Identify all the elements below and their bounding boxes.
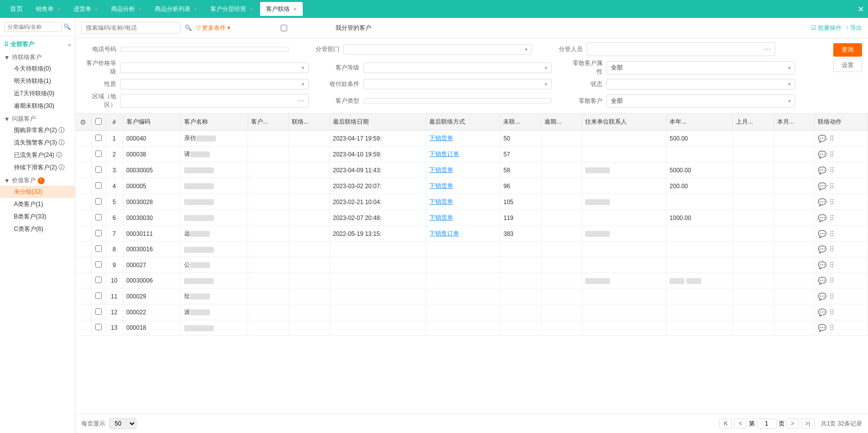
filter-customer-tier-select[interactable]: ▾: [363, 63, 552, 73]
page-input[interactable]: [757, 419, 777, 429]
col-overdue[interactable]: 逾期...: [541, 114, 582, 131]
sidebar-item-class-b[interactable]: B类客户(33): [0, 211, 75, 223]
col-last-month[interactable]: 上月...: [733, 114, 774, 131]
filter-cust-type-input[interactable]: [363, 98, 552, 103]
filter-dept-select[interactable]: ▾: [343, 44, 532, 55]
grid-action-icon[interactable]: ⠿: [829, 292, 834, 300]
row-checkbox[interactable]: [95, 150, 102, 157]
close-icon[interactable]: ✕: [94, 6, 98, 12]
nav-tab-purchase[interactable]: 进货单 ✕: [67, 2, 104, 16]
grid-action-icon[interactable]: ⠿: [829, 182, 834, 190]
sidebar-all-customers[interactable]: ⠿ 全部客户 «: [0, 36, 75, 51]
close-app-icon[interactable]: ✕: [858, 4, 864, 14]
grid-action-icon[interactable]: ⠿: [829, 214, 834, 222]
sidebar-item-churn-warn[interactable]: 流失预警客户(3) ⓘ: [0, 137, 75, 149]
filter-nature-select[interactable]: ▾: [120, 79, 309, 89]
sidebar-item-class-a[interactable]: A类客户(1): [0, 198, 75, 211]
col-setting[interactable]: ⚙: [75, 114, 91, 131]
nav-tab-product-list[interactable]: 商品分析列表 ✕: [149, 2, 203, 16]
filter-price-tier-select[interactable]: ▾: [120, 63, 309, 73]
first-page-btn[interactable]: K: [719, 419, 732, 429]
sidebar-item-today[interactable]: 今天待联络(0): [0, 63, 75, 75]
prev-page-btn[interactable]: <: [734, 419, 746, 429]
last-method-link[interactable]: 下销货单: [429, 198, 453, 205]
sidebar-item-declining[interactable]: 持续下滑客户(2) ⓘ: [0, 161, 75, 174]
close-icon[interactable]: ✕: [57, 6, 61, 12]
row-check[interactable]: [91, 304, 105, 320]
sidebar-item-class-c[interactable]: C类客户(6): [0, 223, 75, 235]
col-last-method[interactable]: 最后联络方式: [426, 114, 500, 131]
message-icon[interactable]: 💬: [818, 135, 826, 143]
row-checkbox[interactable]: [95, 261, 102, 268]
sidebar-group-pending[interactable]: ▼ 待联络客户: [0, 51, 75, 63]
message-icon[interactable]: 💬: [818, 245, 826, 253]
search-input[interactable]: [81, 22, 181, 34]
gear-icon[interactable]: ⚙: [80, 118, 86, 126]
next-page-btn[interactable]: >: [787, 419, 799, 429]
message-icon[interactable]: 💬: [818, 182, 826, 190]
grid-action-icon[interactable]: ⠿: [829, 166, 834, 174]
filter-phone-input[interactable]: [120, 47, 289, 52]
grid-action-icon[interactable]: ⠿: [829, 277, 834, 285]
sidebar-item-overdue[interactable]: 逾期未联络(30): [0, 100, 75, 112]
message-icon[interactable]: 💬: [818, 292, 826, 300]
row-check[interactable]: [91, 289, 105, 304]
batch-op-btn[interactable]: ☑ 批量操作: [811, 24, 842, 32]
last-method-link[interactable]: 下销货单: [429, 182, 453, 189]
message-icon[interactable]: 💬: [818, 166, 826, 174]
row-check[interactable]: [91, 257, 105, 273]
nav-tab-customer-tier[interactable]: 客户分层经营 ✕: [204, 2, 259, 16]
row-checkbox[interactable]: [95, 308, 102, 315]
row-check[interactable]: [91, 194, 105, 210]
sidebar-group-value[interactable]: ▼ 价值客户 !: [0, 174, 75, 186]
dots-icon[interactable]: ···: [298, 96, 304, 105]
message-icon[interactable]: 💬: [818, 230, 826, 238]
sidebar-item-tomorrow[interactable]: 明天待联络(1): [0, 75, 75, 87]
row-checkbox[interactable]: [95, 277, 102, 283]
grid-action-icon[interactable]: ⠿: [829, 230, 834, 238]
row-check[interactable]: [91, 162, 105, 178]
last-method-link[interactable]: 下销售订单: [429, 150, 459, 157]
nav-tab-customer-contact[interactable]: 客户联络 ✕: [260, 2, 303, 16]
sidebar-group-problem[interactable]: ▼ 问题客户: [0, 112, 75, 124]
last-page-btn[interactable]: >|: [801, 419, 815, 429]
sidebar-item-ungrouped[interactable]: 未分组(32): [0, 186, 75, 198]
row-checkbox[interactable]: [95, 292, 102, 299]
close-icon[interactable]: ✕: [194, 6, 198, 12]
col-unit-contact[interactable]: 往来单位联系人: [582, 114, 667, 131]
row-check[interactable]: [91, 131, 105, 146]
col-customer-type[interactable]: 客户...: [248, 114, 288, 131]
close-icon[interactable]: ✕: [138, 6, 142, 12]
last-method-link[interactable]: 下销货单: [429, 166, 453, 173]
grid-action-icon[interactable]: ⠿: [829, 261, 834, 269]
message-icon[interactable]: 💬: [818, 308, 826, 316]
filter-manager-input[interactable]: ···: [587, 42, 775, 56]
row-checkbox[interactable]: [95, 245, 102, 252]
reset-button[interactable]: 设置: [833, 59, 862, 72]
filter-region-input[interactable]: ···: [120, 94, 309, 108]
row-check[interactable]: [91, 226, 105, 242]
message-icon[interactable]: 💬: [818, 214, 826, 222]
row-checkbox[interactable]: [95, 182, 102, 189]
filter-retail-cust-select[interactable]: 全部 ▾: [606, 94, 795, 108]
row-checkbox[interactable]: [95, 324, 102, 330]
message-icon[interactable]: 💬: [818, 261, 826, 269]
grid-action-icon[interactable]: ⠿: [829, 245, 834, 253]
dots-icon[interactable]: ···: [764, 45, 771, 54]
page-size-select[interactable]: 50 100 200: [109, 418, 136, 429]
select-all-checkbox[interactable]: [95, 118, 102, 125]
filter-retail-attr-select[interactable]: 全部 ▾: [606, 61, 795, 74]
col-check[interactable]: [91, 114, 105, 131]
col-this-year[interactable]: 本年...: [667, 114, 733, 131]
row-check[interactable]: [91, 320, 105, 336]
row-check[interactable]: [91, 273, 105, 289]
row-checkbox[interactable]: [95, 214, 102, 220]
collapse-icon[interactable]: «: [68, 42, 71, 48]
last-method-link[interactable]: 下销货单: [429, 214, 453, 221]
grid-action-icon[interactable]: ⠿: [829, 150, 834, 158]
grid-action-icon[interactable]: ⠿: [829, 308, 834, 316]
col-this-month[interactable]: 本月...: [774, 114, 814, 131]
col-customer-code[interactable]: 客户编码: [123, 114, 181, 131]
grid-action-icon[interactable]: ⠿: [829, 198, 834, 206]
sidebar-item-7days[interactable]: 近7天待联络(0): [0, 87, 75, 100]
